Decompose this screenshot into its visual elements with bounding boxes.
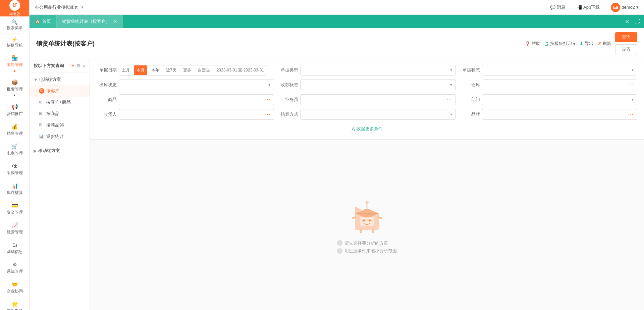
brand-label: 品牌	[460, 111, 480, 117]
out-status-label: 出库状态	[97, 82, 117, 88]
scheme-header-actions: + ⚙ «	[71, 63, 86, 69]
status-field[interactable]: ▾	[482, 65, 637, 75]
type-dropdown-icon: ▾	[450, 68, 452, 72]
inventory-label: 库存核算	[7, 190, 23, 196]
tab-home[interactable]: 🏠 首页	[30, 15, 57, 28]
settings-button[interactable]: 设置	[615, 44, 637, 55]
tab-bar: 🏠 首页 销货单统计表（按客户） ✕ ✕ ⛶	[30, 15, 644, 28]
salesperson-label: 业务员	[278, 97, 298, 103]
scheme-settings-icon[interactable]: ⚙	[76, 63, 81, 68]
sidebar-item-system[interactable]: ⚙ 系统管理	[0, 258, 29, 278]
retail-icon: 🏪	[11, 55, 18, 61]
scheme-item-return[interactable]: 📊 退货统计	[30, 131, 90, 142]
date-more-btn[interactable]: 更多	[180, 65, 194, 75]
collapse-btn[interactable]: ⋀ 收起更多条件	[97, 124, 637, 134]
message-label: 消息	[557, 4, 566, 10]
out-status-dropdown-icon: ▾	[268, 83, 270, 87]
salesperson-dots-icon: ···	[446, 97, 452, 103]
message-btn[interactable]: 💬 消息	[550, 4, 566, 10]
print-arrow-icon: ▾	[573, 41, 576, 46]
sidebar-item-ecommerce[interactable]: 🛒 电商管理	[0, 140, 29, 160]
return-icon: 📊	[39, 134, 44, 139]
scheme-group-desktop-title[interactable]: ▼ 电脑端方案	[30, 74, 90, 85]
finance-label: 资金管理	[7, 210, 23, 215]
date-custom-btn[interactable]: 自定义	[195, 65, 213, 75]
date-field[interactable]: 上月 本月 本年 近7天 更多 自定义 2023-03-01 至 2023-03…	[119, 65, 267, 75]
scheme-header: 按以下方案查询 + ⚙ «	[30, 59, 90, 72]
page-title: 销货单统计表(按客户)	[36, 40, 95, 52]
pay-status-label: 收款状态	[278, 82, 298, 88]
sidebar-item-finance[interactable]: 💳 资金管理	[0, 199, 29, 219]
brand-field[interactable]: ···	[482, 109, 637, 120]
svg-point-8	[369, 219, 371, 221]
out-status-field[interactable]: ▾	[119, 80, 274, 90]
date-last-month-btn[interactable]: 上月	[119, 65, 132, 75]
warehouse-field[interactable]: ···	[482, 80, 637, 90]
app-download-btn[interactable]: 📲 App下载	[577, 4, 600, 10]
tab-close-all-btn[interactable]: ✕	[624, 17, 631, 26]
sidebar-quick-nav[interactable]: ⚡ 快捷导航	[0, 34, 29, 51]
dept-field[interactable]: ▾	[482, 94, 637, 105]
operations-icon: 📈	[11, 222, 18, 228]
newbie-icon: 🌟	[11, 301, 18, 307]
user-profile[interactable]: Ea demo2 ▾	[611, 3, 639, 12]
return-stats-label: 退货统计	[46, 134, 64, 140]
pay-status-field[interactable]: ▾	[300, 80, 455, 90]
scheme-group-mobile-title[interactable]: ▶ 移动端方案	[30, 145, 90, 156]
out-status-cell: 出库状态 ▾	[97, 80, 274, 90]
query-button[interactable]: 查询	[615, 32, 637, 42]
tab-close-btn[interactable]: ✕	[113, 19, 117, 24]
type-filter-cell: 单据类型 ▾	[278, 65, 455, 75]
by-customer-goods-label: 按客户+商品	[46, 99, 71, 105]
scheme-item-by-customer-goods[interactable]: ⊞ 按客户+商品	[30, 97, 90, 108]
scheme-item-by-customer[interactable]: 客 按客户	[30, 85, 90, 97]
receiver-field[interactable]: ···	[119, 109, 274, 120]
refresh-icon: ↺	[597, 41, 601, 46]
scheme-add-btn[interactable]: +	[71, 63, 74, 69]
status-filter-cell: 单据状态 ▾	[460, 65, 637, 75]
date-7days-btn[interactable]: 近7天	[163, 65, 179, 75]
sidebar-item-operations[interactable]: 📈 经营管理	[0, 219, 29, 239]
sidebar-search[interactable]: 🔍 搜索菜单	[0, 16, 29, 34]
collapse-label: 收起更多条件	[357, 126, 383, 132]
sidebar-item-basic[interactable]: 🗂 基础信息	[0, 239, 29, 258]
filter-row2: 出库状态 ▾ 收款状态 ▾ 仓库	[97, 80, 637, 90]
salesperson-cell: 业务员 ···	[278, 94, 455, 105]
tab-restore-btn[interactable]: ⛶	[633, 17, 641, 26]
system-icon: ⚙	[12, 261, 17, 268]
hint-text-2: 用过滤条件来缩小分析范围	[344, 247, 397, 255]
scheme-group-mobile: ▶ 移动端方案	[30, 144, 90, 158]
status-label: 单据状态	[460, 67, 480, 73]
settlement-field[interactable]: ▾	[300, 109, 455, 120]
sidebar-item-marketing[interactable]: 📢 营销推广	[0, 100, 29, 120]
scheme-item-by-goods[interactable]: ⊞ 按商品	[30, 108, 90, 119]
scheme-item-by-goods99[interactable]: ⊞ 按商品99	[30, 119, 90, 131]
avatar: Ea	[611, 3, 620, 12]
sidebar-item-sales[interactable]: 💰 销售管理	[0, 120, 29, 140]
goods-field[interactable]: ···	[119, 94, 274, 105]
dept-cell: 部门 ▾	[460, 94, 637, 105]
date-this-month-btn[interactable]: 本月	[134, 65, 147, 75]
sidebar-item-wholesale[interactable]: 📦 批发管理 ▲	[0, 76, 29, 100]
help-icon: ❓	[525, 41, 530, 46]
sidebar-item-enterprise[interactable]: 🤝 企业协同	[0, 278, 29, 298]
date-label: 单据日期	[97, 67, 117, 73]
enterprise-icon: 🤝	[11, 281, 18, 288]
type-field[interactable]: ▾	[300, 65, 455, 75]
refresh-btn[interactable]: ↺ 刷新	[597, 41, 611, 47]
logo: 好 标准版	[0, 0, 29, 16]
scheme-collapse-icon[interactable]: «	[83, 63, 86, 68]
goods99-icon: ⊞	[39, 122, 44, 128]
date-this-year-btn[interactable]: 本年	[149, 65, 162, 75]
salesperson-field[interactable]: ···	[300, 94, 455, 105]
print-btn[interactable]: 🖨 按模板打印 ▾	[544, 41, 576, 47]
sidebar-item-purchase[interactable]: 🛍 采购管理	[0, 160, 29, 179]
help-btn[interactable]: ❓ 帮助	[525, 41, 540, 47]
sidebar-item-retail[interactable]: 🏪 零售管理 ▲	[0, 51, 29, 76]
export-btn[interactable]: ⬇ 导出	[580, 41, 593, 47]
sidebar-item-inventory[interactable]: 📊 库存核算	[0, 179, 29, 199]
tab-report[interactable]: 销货单统计表（按客户） ✕	[57, 15, 123, 28]
sidebar-item-newbie[interactable]: 🌟 新手引导	[0, 298, 29, 310]
filter-row1: 单据日期 上月 本月 本年 近7天 更多 自定义 2023-03-01 至 20…	[97, 65, 637, 75]
dropdown-arrow-icon[interactable]: ▾	[81, 5, 84, 10]
